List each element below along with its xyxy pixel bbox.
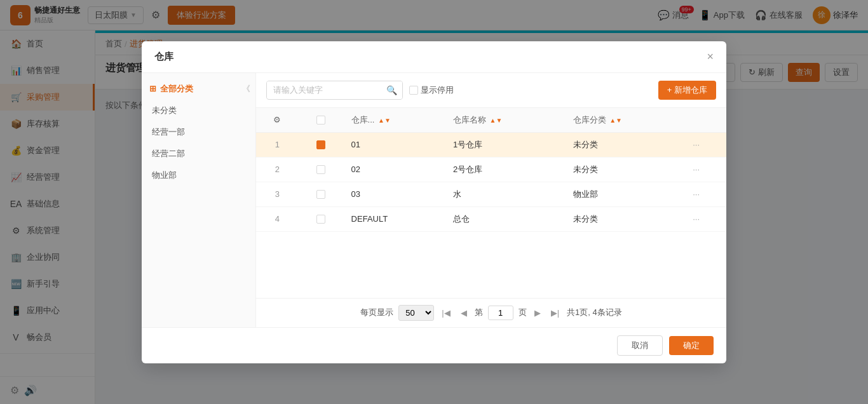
- all-categories-item[interactable]: ⊞ 全部分类: [142, 78, 203, 100]
- category-sidebar: ⊞ 全部分类 《 未分类经营一部经营二部物业部: [142, 73, 256, 327]
- prev-page-button[interactable]: ◀: [458, 307, 470, 319]
- grid-icon: ⊞: [149, 84, 156, 93]
- row-index: 3: [256, 182, 299, 206]
- row-name: 2号仓库: [445, 157, 566, 182]
- th-gear[interactable]: ⚙: [256, 108, 299, 133]
- row-checkbox[interactable]: [299, 132, 344, 157]
- row-code: DEFAULT: [344, 206, 445, 231]
- modal-overlay[interactable]: 仓库 × ⊞ 全部分类 《 未分类经营一部经营二部物业部: [0, 0, 868, 404]
- total-info: 共1页, 4条记录: [567, 307, 622, 318]
- row-index: 2: [256, 157, 299, 182]
- row-name: 水: [445, 182, 566, 206]
- table-header: ⚙ 仓库... ▲▼ 仓库名称 ▲▼ 仓库分类 ▲▼: [256, 108, 726, 133]
- collapse-icon[interactable]: 《: [237, 78, 255, 100]
- close-icon[interactable]: ×: [707, 50, 714, 64]
- th-name[interactable]: 仓库名称 ▲▼: [445, 108, 566, 133]
- cat-item-none[interactable]: 未分类: [142, 100, 255, 121]
- modal-footer: 取消 确定: [142, 327, 726, 363]
- row-name: 总仓: [445, 206, 566, 231]
- table-row[interactable]: 1 01 1号仓库 未分类 ···: [256, 132, 726, 157]
- first-page-button[interactable]: |◀: [439, 307, 452, 319]
- row-actions[interactable]: ···: [685, 132, 726, 157]
- row-actions[interactable]: ···: [685, 182, 726, 206]
- th-code[interactable]: 仓库... ▲▼: [344, 108, 445, 133]
- row-code: 02: [344, 157, 445, 182]
- cancel-button[interactable]: 取消: [617, 335, 663, 356]
- th-actions: [685, 108, 726, 133]
- next-page-button[interactable]: ▶: [532, 307, 543, 319]
- row-code: 01: [344, 132, 445, 157]
- cat-sidebar-top: ⊞ 全部分类 《: [142, 78, 255, 100]
- th-checkbox[interactable]: [299, 108, 344, 133]
- row-actions[interactable]: ···: [685, 206, 726, 231]
- th-category[interactable]: 仓库分类 ▲▼: [566, 108, 686, 133]
- row-name: 1号仓库: [445, 132, 566, 157]
- show-disabled-checkbox[interactable]: [409, 86, 418, 95]
- table-row[interactable]: 4 DEFAULT 总仓 未分类 ···: [256, 206, 726, 231]
- row-index: 4: [256, 206, 299, 231]
- per-page-select[interactable]: 50 10 20 100: [398, 305, 434, 321]
- row-index: 1: [256, 132, 299, 157]
- modal-body: ⊞ 全部分类 《 未分类经营一部经营二部物业部 🔍: [142, 73, 726, 327]
- add-warehouse-button[interactable]: + 新增仓库: [658, 81, 716, 100]
- search-button[interactable]: 🔍: [381, 81, 402, 99]
- table-row[interactable]: 2 02 2号仓库 未分类 ···: [256, 157, 726, 182]
- warehouse-modal: 仓库 × ⊞ 全部分类 《 未分类经营一部经营二部物业部: [142, 41, 726, 363]
- row-actions[interactable]: ···: [685, 157, 726, 182]
- row-code: 03: [344, 182, 445, 206]
- cat-item-ops1[interactable]: 经营一部: [142, 121, 255, 143]
- row-category: 物业部: [566, 182, 686, 206]
- row-category: 未分类: [566, 132, 686, 157]
- modal-header: 仓库 ×: [142, 41, 726, 73]
- cat-item-ops2[interactable]: 经营二部: [142, 143, 255, 165]
- row-checkbox[interactable]: [299, 206, 344, 231]
- pagination: 每页显示 50 10 20 100 |◀ ◀ 第 页 ▶ ▶| 共1页, 4条记…: [256, 298, 726, 327]
- cat-item-property[interactable]: 物业部: [142, 165, 255, 186]
- modal-title: 仓库: [154, 51, 173, 63]
- warehouse-table: ⚙ 仓库... ▲▼ 仓库名称 ▲▼ 仓库分类 ▲▼ 1 01 1号仓库 未分类…: [256, 108, 726, 298]
- row-category: 未分类: [566, 206, 686, 231]
- row-category: 未分类: [566, 157, 686, 182]
- row-checkbox[interactable]: [299, 182, 344, 206]
- table-row[interactable]: 3 03 水 物业部 ···: [256, 182, 726, 206]
- cat-content: 🔍 显示停用 + 新增仓库 ⚙: [256, 73, 726, 327]
- confirm-button[interactable]: 确定: [669, 336, 714, 355]
- row-checkbox[interactable]: [299, 157, 344, 182]
- page-input[interactable]: [488, 306, 513, 320]
- show-disabled-label[interactable]: 显示停用: [409, 84, 454, 96]
- modal-toolbar: 🔍 显示停用 + 新增仓库: [256, 73, 726, 108]
- search-box: 🔍: [266, 81, 403, 100]
- last-page-button[interactable]: ▶|: [548, 307, 562, 319]
- search-input[interactable]: [267, 81, 381, 98]
